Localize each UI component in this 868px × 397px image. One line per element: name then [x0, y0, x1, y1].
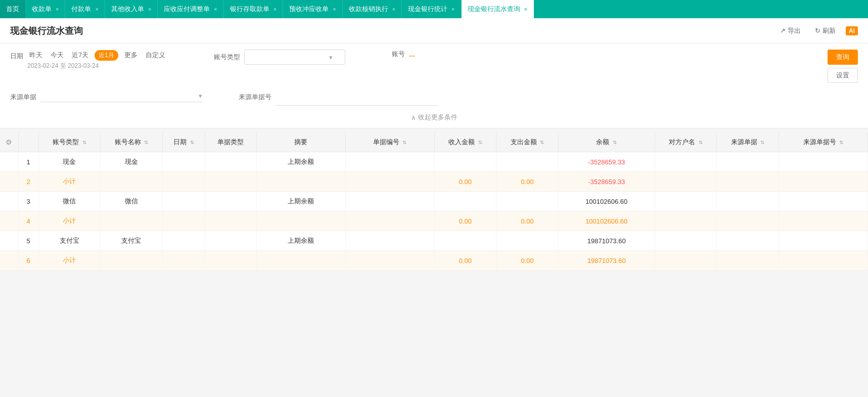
row-doc-no: [345, 192, 434, 211]
table-row[interactable]: 4 小计 0.00 0.00 100102606.60: [0, 211, 868, 231]
nav-tab-home[interactable]: 首页: [0, 0, 26, 18]
nav-tab-cash-bank-stat[interactable]: 现金银行统计 ×: [402, 0, 461, 18]
row-counterparty: [655, 172, 717, 192]
nav-tab-cash-bank-flow[interactable]: 现金银行流水查询 ×: [462, 0, 534, 18]
sort-expense-icon: ⇅: [540, 140, 544, 145]
table-settings-icon[interactable]: ⚙: [6, 138, 12, 146]
row-settings: [0, 152, 18, 172]
column-income[interactable]: 收入金额 ⇅: [434, 133, 496, 152]
column-source-doc-no[interactable]: 来源单据号 ⇅: [779, 133, 867, 152]
nav-tab-prepay-offset[interactable]: 预收冲应收单 ×: [283, 0, 342, 18]
row-account-type: 小计: [38, 251, 101, 271]
column-account-name[interactable]: 账号名称 ⇅: [101, 133, 163, 152]
column-balance[interactable]: 余额 ⇅: [558, 133, 655, 152]
date-shortcut-more[interactable]: 更多: [122, 50, 140, 61]
row-income: [434, 192, 496, 211]
source-doc-label: 来源单据: [10, 93, 36, 102]
row-summary: [256, 211, 345, 231]
row-source-doc-no: [779, 172, 867, 192]
nav-tab-receipt-verify-close[interactable]: ×: [392, 6, 395, 12]
nav-tab-ar-ap-adjust[interactable]: 应收应付调整单 ×: [158, 0, 223, 18]
table-row[interactable]: 2 小计 0.00 0.00 -3528659.33: [0, 172, 868, 192]
nav-tab-payment-close[interactable]: ×: [95, 6, 98, 12]
nav-tab-other-income-close[interactable]: ×: [148, 6, 151, 12]
row-date: [162, 192, 205, 211]
date-shortcut-yesterday[interactable]: 昨天: [27, 50, 44, 61]
account-type-select[interactable]: ▾: [244, 50, 345, 65]
sort-source-doc-icon: ⇅: [760, 140, 764, 145]
nav-tab-prepay-offset-close[interactable]: ×: [333, 6, 336, 12]
row-doc-no: [345, 231, 434, 251]
row-account-type: 微信: [38, 192, 101, 211]
data-table: ⚙ 账号类型 ⇅ 账号名称 ⇅ 日期 ⇅ 单据类型: [0, 133, 868, 271]
row-source-doc-no: [779, 192, 867, 211]
nav-tab-receipt-close[interactable]: ×: [56, 6, 59, 12]
date-shortcuts: 昨天 今天 近7天 近1月 更多 自定义: [27, 50, 167, 61]
export-button[interactable]: ↗ 导出: [776, 24, 805, 37]
account-more-button[interactable]: ...: [409, 50, 415, 58]
sort-income-icon: ⇅: [478, 140, 482, 145]
date-shortcut-7days[interactable]: 近7天: [70, 50, 90, 61]
date-shortcut-today[interactable]: 今天: [49, 50, 66, 61]
page-header: 现金银行流水查询 ↗ 导出 ↻ 刷新 Ai: [0, 18, 868, 43]
table-row[interactable]: 1 现金 现金 上期余额 -3528659.33: [0, 152, 868, 172]
row-account-name: [101, 251, 163, 271]
date-shortcut-1month[interactable]: 近1月: [95, 50, 118, 61]
row-expense: 0.00: [496, 172, 559, 192]
ai-badge[interactable]: Ai: [846, 26, 858, 35]
row-income: [434, 152, 496, 172]
row-date: [162, 172, 205, 192]
nav-tab-receipt-verify[interactable]: 收款核销执行 ×: [343, 0, 402, 18]
filter-section: 日期 昨天 今天 近7天 近1月 更多 自定义 2023-02-24 至 202…: [0, 43, 868, 128]
nav-tab-cash-bank-stat-close[interactable]: ×: [451, 6, 454, 12]
column-source-doc[interactable]: 来源单据 ⇅: [717, 133, 779, 152]
nav-tab-bank-deposit-close[interactable]: ×: [273, 6, 277, 12]
source-doc-no-input[interactable]: [276, 88, 437, 103]
row-summary: [256, 172, 345, 192]
row-expense: [496, 152, 559, 172]
row-counterparty: [655, 231, 717, 251]
row-settings: [0, 231, 18, 251]
column-settings[interactable]: ⚙: [0, 133, 18, 152]
row-source-doc: [717, 251, 779, 271]
nav-tab-bank-deposit[interactable]: 银行存取款单 ×: [224, 0, 283, 18]
refresh-button[interactable]: ↻ 刷新: [811, 24, 840, 37]
row-date: [162, 251, 205, 271]
column-doc-no[interactable]: 单据编号 ⇅: [345, 133, 434, 152]
nav-tab-payment[interactable]: 付款单 ×: [65, 0, 105, 18]
column-summary[interactable]: 摘要: [256, 133, 345, 152]
sort-counterparty-icon: ⇅: [699, 140, 703, 145]
row-doc-no: [345, 152, 434, 172]
date-shortcut-custom[interactable]: 自定义: [144, 50, 167, 61]
row-date: [162, 231, 205, 251]
row-summary: [256, 251, 345, 271]
row-counterparty: [655, 211, 717, 231]
column-counterparty[interactable]: 对方户名 ⇅: [655, 133, 717, 152]
table-row[interactable]: 3 微信 微信 上期余额 100102606.60: [0, 192, 868, 211]
nav-tab-other-income[interactable]: 其他收入单 ×: [105, 0, 158, 18]
nav-tab-home-label: 首页: [6, 5, 19, 14]
nav-tab-bank-deposit-label: 银行存取款单: [230, 5, 269, 14]
sort-account-type-icon: ⇅: [82, 140, 86, 145]
column-doc-type[interactable]: 单据类型: [205, 133, 256, 152]
source-doc-no-label: 来源单据号: [239, 93, 271, 102]
table-row[interactable]: 5 支付宝 支付宝 上期余额 19871073.60: [0, 231, 868, 251]
column-account-type[interactable]: 账号类型 ⇅: [38, 133, 101, 152]
row-source-doc: [717, 172, 779, 192]
query-button[interactable]: 查询: [828, 50, 858, 65]
nav-tab-cash-bank-flow-close[interactable]: ×: [524, 6, 527, 12]
settings-button[interactable]: 设置: [828, 68, 858, 83]
nav-tab-ar-ap-adjust-close[interactable]: ×: [214, 6, 217, 12]
row-account-type: 支付宝: [38, 231, 101, 251]
collapse-bar[interactable]: ∧ 收起更多条件: [10, 110, 858, 122]
date-range-text: 2023-02-24 至 2023-03-24: [27, 62, 167, 70]
nav-tab-receipt[interactable]: 收款单 ×: [26, 0, 65, 18]
table-row[interactable]: 6 小计 0.00 0.00 19871073.60: [0, 251, 868, 271]
column-date[interactable]: 日期 ⇅: [162, 133, 205, 152]
row-income: 0.00: [434, 251, 496, 271]
row-expense: 0.00: [496, 251, 559, 271]
row-counterparty: [655, 251, 717, 271]
row-doc-no: [345, 172, 434, 192]
column-expense[interactable]: 支出金额 ⇅: [496, 133, 559, 152]
row-account-name: 微信: [101, 192, 163, 211]
